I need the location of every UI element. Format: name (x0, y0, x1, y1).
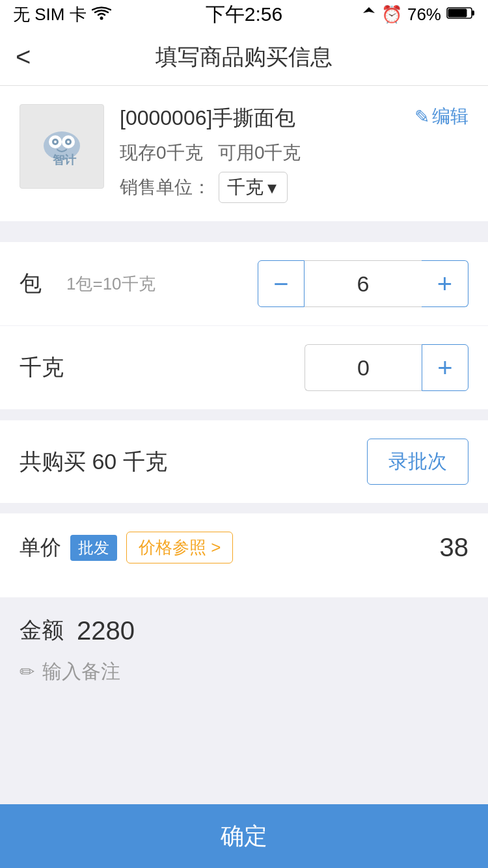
note-row[interactable]: ✏ 输入备注 (20, 658, 468, 685)
edit-button[interactable]: ✎ 编辑 (414, 104, 468, 129)
kg-quantity-input[interactable] (305, 344, 422, 391)
price-row: 单价 批发 价格参照 > 38 (20, 532, 468, 563)
price-section: 单价 批发 价格参照 > 38 (0, 513, 488, 597)
package-label: 包 (20, 269, 59, 299)
product-stock: 现存0千克 可用0千克 (120, 141, 468, 165)
back-button[interactable]: < (16, 42, 31, 72)
product-unit-row: 销售单位： 千克 ▾ (120, 172, 468, 203)
package-quantity-control: − + (258, 260, 468, 307)
battery-text: 76% (407, 5, 441, 25)
product-title-row: [0000006]手撕面包 ✎ 编辑 (120, 104, 468, 133)
divider-2 (0, 503, 488, 513)
product-info: [0000006]手撕面包 ✎ 编辑 现存0千克 可用0千克 销售单位： 千克 … (120, 104, 468, 203)
price-badge: 批发 (70, 535, 117, 561)
status-bar-right: ⏰ 76% (362, 5, 475, 25)
price-label: 单价 批发 价格参照 > (20, 532, 233, 563)
location-icon (362, 5, 376, 25)
confirm-button[interactable]: 确定 (0, 804, 488, 868)
nav-bar: < 填写商品购买信息 (0, 29, 488, 86)
amount-row: 金额 2280 (20, 616, 468, 645)
amount-section: 金额 2280 ✏ 输入备注 (0, 597, 488, 703)
pencil-icon: ✏ (20, 661, 34, 683)
package-increment-button[interactable]: + (422, 260, 468, 307)
svg-point-10 (67, 141, 70, 143)
product-card: 智计 [0000006]手撕面包 ✎ 编辑 现存0千克 可用0千克 销售单位： … (0, 86, 488, 221)
chevron-down-icon: ▾ (267, 177, 277, 198)
price-reference-button[interactable]: 价格参照 > (126, 532, 233, 563)
alarm-icon: ⏰ (381, 5, 402, 25)
status-bar-left: 无 SIM 卡 (13, 3, 111, 26)
kg-label: 千克 (20, 353, 64, 383)
unit-select[interactable]: 千克 ▾ (219, 172, 288, 203)
product-logo-icon: 智计 (36, 120, 88, 173)
summary-text: 共购买 60 千克 (20, 447, 167, 477)
kg-increment-button[interactable]: + (422, 344, 468, 391)
package-decrement-button[interactable]: − (258, 260, 305, 307)
note-label: 输入备注 (42, 658, 120, 685)
svg-text:智计: 智计 (52, 154, 77, 165)
summary-row: 共购买 60 千克 录批次 (0, 420, 488, 503)
kg-quantity-control: + (305, 344, 468, 391)
svg-point-0 (100, 16, 103, 20)
kg-row: 千克 + (0, 326, 488, 410)
package-section: 包 1包=10千克 − + 千克 + (0, 242, 488, 410)
page-title: 填写商品购买信息 (156, 42, 332, 72)
amount-value: 2280 (77, 616, 135, 645)
status-bar: 无 SIM 卡 下午2:56 ⏰ 76% (0, 0, 488, 29)
wifi-icon (92, 5, 111, 25)
package-row: 包 1包=10千克 − + (0, 242, 488, 326)
battery-icon (446, 5, 475, 25)
divider-1 (0, 232, 488, 242)
product-image: 智计 (20, 104, 104, 189)
status-bar-time: 下午2:56 (206, 1, 282, 28)
svg-rect-3 (448, 8, 467, 17)
package-quantity-input[interactable] (305, 260, 422, 307)
svg-point-9 (54, 141, 57, 143)
carrier-text: 无 SIM 卡 (13, 3, 87, 26)
svg-rect-2 (472, 10, 474, 16)
record-batch-button[interactable]: 录批次 (367, 439, 468, 485)
product-name: [0000006]手撕面包 (120, 104, 295, 133)
edit-icon: ✎ (414, 106, 429, 128)
amount-label: 金额 (20, 616, 64, 645)
package-sublabel: 1包=10千克 (66, 273, 258, 295)
price-value: 38 (440, 533, 469, 562)
